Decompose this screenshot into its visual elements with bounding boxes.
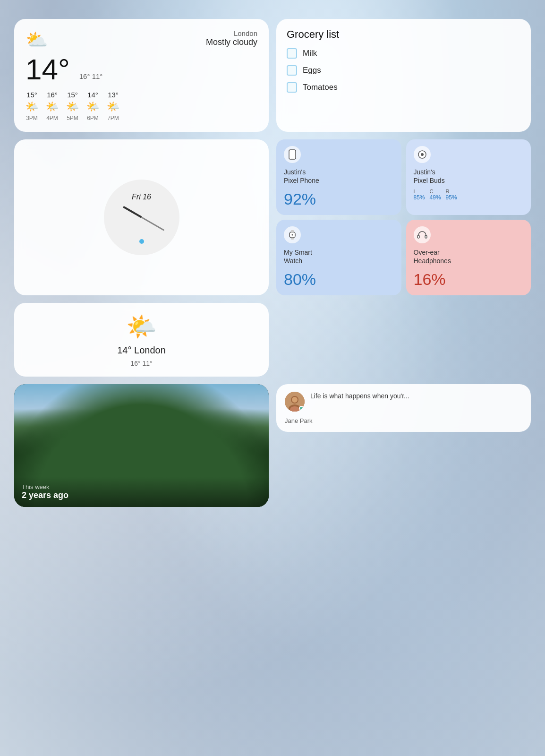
- forecast-icon-3: 🌤️: [66, 101, 79, 113]
- clock-hour-hand: [123, 206, 142, 218]
- forecast-time-3: 5PM: [67, 115, 78, 121]
- forecast-item-2: 16° 🌤️ 4PM: [46, 91, 59, 121]
- bud-center: C 49%: [430, 189, 441, 201]
- grocery-label-tomatoes: Tomatoes: [303, 83, 338, 92]
- weather-hilo: 16° 11°: [79, 72, 103, 80]
- photo-overlay: This week 2 years ago: [14, 477, 269, 507]
- svg-rect-1: [291, 158, 294, 158]
- watch-percent: 80%: [284, 270, 394, 289]
- forecast-icon-5: 🌤️: [107, 101, 119, 113]
- forecast-icon-1: 🌤️: [26, 101, 38, 113]
- photo-week-text: This week: [22, 483, 261, 490]
- forecast-icon-4: 🌤️: [86, 101, 99, 113]
- forecast-temp-1: 15°: [26, 91, 37, 99]
- grocery-checkbox-tomatoes[interactable]: [287, 82, 297, 93]
- bud-right-label: R: [446, 189, 450, 194]
- phone-name: Justin'sPixel Phone: [284, 168, 394, 185]
- svg-point-3: [421, 153, 424, 156]
- forecast-item-3: 15° 🌤️ 5PM: [66, 91, 79, 121]
- weather-small-temp: 14° London: [117, 345, 166, 356]
- bud-right: R 95%: [446, 189, 457, 201]
- grocery-item-tomatoes[interactable]: Tomatoes: [287, 82, 520, 93]
- avatar: [285, 392, 305, 412]
- photo-widget[interactable]: This week 2 years ago: [14, 384, 269, 507]
- clock-face: Fri 16: [104, 180, 179, 255]
- buds-battery-row: L 85% C 49% R 95%: [414, 189, 524, 201]
- battery-grid: Justin'sPixel Phone 92% Justin'sPixel Bu…: [276, 139, 531, 295]
- forecast-time-5: 7PM: [107, 115, 119, 121]
- phone-icon: [284, 146, 301, 163]
- weather-small-icon: 🌤️: [126, 312, 157, 341]
- grocery-title: Grocery list: [287, 28, 520, 41]
- chat-widget[interactable]: Life is what happens when you'r... Jane …: [276, 384, 531, 432]
- weather-forecast: 15° 🌤️ 3PM 16° 🌤️ 4PM 15° 🌤️ 5PM 14° 🌤️ …: [26, 91, 257, 121]
- svg-rect-9: [425, 235, 427, 238]
- bud-left: L 85%: [414, 189, 425, 201]
- clock-dot: [139, 239, 144, 244]
- forecast-temp-2: 16°: [47, 91, 58, 99]
- clock-minute-hand: [141, 217, 164, 231]
- chat-content: Life is what happens when you'r...: [310, 392, 522, 401]
- bud-left-label: L: [414, 189, 417, 194]
- avatar-online-indicator: [299, 406, 304, 411]
- svg-rect-6: [291, 238, 294, 240]
- grocery-item-eggs[interactable]: Eggs: [287, 65, 520, 76]
- grocery-checkbox-eggs[interactable]: [287, 65, 297, 76]
- clock-date: Fri 16: [132, 193, 151, 201]
- forecast-item-1: 15° 🌤️ 3PM: [26, 91, 38, 121]
- grocery-item-milk[interactable]: Milk: [287, 48, 520, 59]
- weather-location: London Mostly cloudy: [206, 29, 257, 47]
- phone-percent: 92%: [284, 190, 394, 208]
- forecast-temp-3: 15°: [67, 91, 78, 99]
- bud-right-pct: 95%: [446, 194, 457, 201]
- weather-city: London: [206, 29, 257, 37]
- photo-years-text: 2 years ago: [22, 490, 261, 500]
- forecast-time-4: 6PM: [87, 115, 99, 121]
- battery-watch[interactable]: My SmartWatch 80%: [276, 220, 401, 295]
- bud-center-label: C: [430, 189, 434, 194]
- weather-condition: Mostly cloudy: [206, 37, 257, 47]
- forecast-temp-4: 14°: [87, 91, 98, 99]
- forecast-time-1: 3PM: [26, 115, 38, 121]
- svg-point-13: [292, 397, 298, 403]
- forecast-time-2: 4PM: [46, 115, 58, 121]
- chat-message-row: Life is what happens when you'r...: [285, 392, 522, 412]
- weather-main-icon: ⛅: [26, 29, 48, 50]
- buds-name: Justin'sPixel Buds: [414, 168, 524, 185]
- grocery-widget[interactable]: Grocery list Milk Eggs Tomatoes: [276, 19, 531, 132]
- forecast-temp-5: 13°: [108, 91, 119, 99]
- bud-center-pct: 49%: [430, 194, 441, 201]
- weather-small-hilo: 16° 11°: [130, 360, 152, 367]
- forecast-item-5: 13° 🌤️ 7PM: [107, 91, 119, 121]
- headphones-percent: 16%: [414, 270, 524, 289]
- chat-sender: Jane Park: [285, 417, 522, 424]
- forecast-item-4: 14° 🌤️ 6PM: [86, 91, 99, 121]
- headphones-name: Over-earHeadphones: [414, 248, 524, 265]
- svg-point-7: [292, 234, 293, 236]
- weather-main-widget[interactable]: ⛅ London Mostly cloudy 14° 16° 11° 15° 🌤…: [14, 19, 269, 132]
- svg-rect-8: [417, 235, 419, 238]
- buds-icon: [414, 146, 431, 163]
- grocery-checkbox-milk[interactable]: [287, 48, 297, 59]
- battery-phone[interactable]: Justin'sPixel Phone 92%: [276, 139, 401, 215]
- watch-name: My SmartWatch: [284, 248, 394, 265]
- battery-headphones[interactable]: Over-earHeadphones 16%: [406, 220, 531, 295]
- bud-left-pct: 85%: [414, 194, 425, 201]
- watch-icon: [284, 226, 301, 243]
- headphones-icon: [414, 226, 431, 243]
- clock-widget[interactable]: Fri 16: [14, 139, 269, 295]
- weather-small-widget[interactable]: 🌤️ 14° London 16° 11°: [14, 303, 269, 377]
- battery-buds[interactable]: Justin'sPixel Buds L 85% C 49% R 95%: [406, 139, 531, 215]
- chat-message-text: Life is what happens when you'r...: [310, 392, 522, 401]
- grocery-label-eggs: Eggs: [303, 66, 321, 75]
- svg-rect-5: [291, 230, 294, 232]
- forecast-icon-2: 🌤️: [46, 101, 59, 113]
- weather-temp: 14°: [26, 55, 70, 84]
- grocery-label-milk: Milk: [303, 49, 317, 58]
